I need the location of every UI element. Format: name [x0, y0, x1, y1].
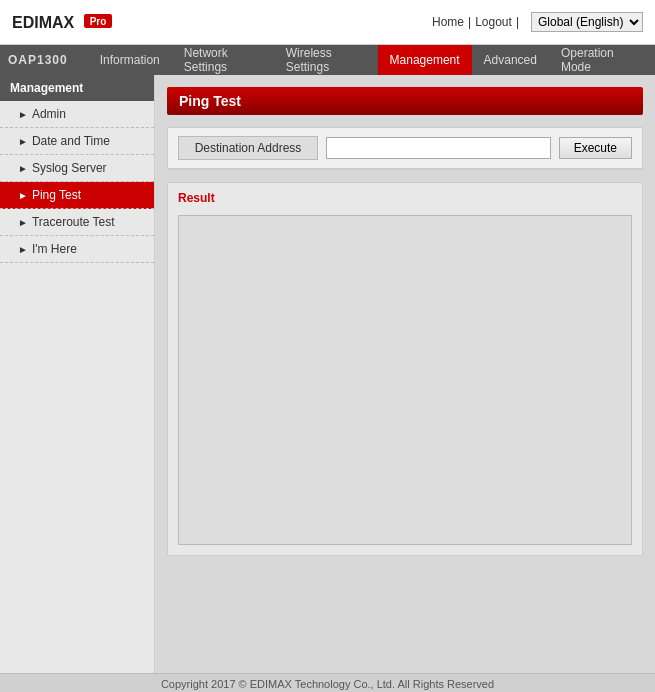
nav-operation-mode[interactable]: Operation Mode [549, 45, 647, 75]
nav-network-settings[interactable]: Network Settings [172, 45, 274, 75]
home-link[interactable]: Home [432, 15, 464, 29]
sidebar-item-syslog[interactable]: ► Syslog Server [0, 155, 154, 182]
arrow-icon: ► [18, 136, 28, 147]
logout-link[interactable]: Logout [475, 15, 512, 29]
logo: EDIMAX Pro [12, 8, 122, 36]
sidebar-item-traceroute[interactable]: ► Traceroute Test [0, 209, 154, 236]
footer-text: Copyright 2017 © EDIMAX Technology Co., … [161, 678, 494, 690]
sidebar-item-im-here[interactable]: ► I'm Here [0, 236, 154, 263]
sidebar-title: Management [0, 75, 154, 101]
execute-button[interactable]: Execute [559, 137, 632, 159]
page-title: Ping Test [167, 87, 643, 115]
arrow-icon: ► [18, 190, 28, 201]
sep1: | [468, 15, 471, 29]
destination-address-input[interactable] [326, 137, 551, 159]
nav-management[interactable]: Management [378, 45, 472, 75]
sidebar-item-ping-test[interactable]: ► Ping Test [0, 182, 154, 209]
sidebar-label-im-here: I'm Here [32, 242, 77, 256]
navbar: OAP1300 Information Network Settings Wir… [0, 45, 655, 75]
sidebar-label-traceroute: Traceroute Test [32, 215, 115, 229]
main-layout: Management ► Admin ► Date and Time ► Sys… [0, 75, 655, 673]
footer: Copyright 2017 © EDIMAX Technology Co., … [0, 673, 655, 692]
arrow-icon: ► [18, 244, 28, 255]
destination-address-label: Destination Address [178, 136, 318, 160]
arrow-icon: ► [18, 163, 28, 174]
ping-form: Destination Address Execute [167, 127, 643, 170]
header-links: Home | Logout | Global (English) Chinese… [432, 12, 643, 32]
arrow-icon: ► [18, 217, 28, 228]
ping-form-row: Destination Address Execute [168, 128, 642, 169]
sidebar: Management ► Admin ► Date and Time ► Sys… [0, 75, 155, 673]
logo-image: EDIMAX Pro [12, 8, 122, 36]
sidebar-label-admin: Admin [32, 107, 66, 121]
sidebar-item-admin[interactable]: ► Admin [0, 101, 154, 128]
result-box [178, 215, 632, 545]
navbar-items: Information Network Settings Wireless Se… [88, 45, 647, 75]
result-section: Result [167, 182, 643, 556]
sidebar-label-date-time: Date and Time [32, 134, 110, 148]
sidebar-label-syslog: Syslog Server [32, 161, 107, 175]
nav-information[interactable]: Information [88, 45, 172, 75]
content-area: Ping Test Destination Address Execute Re… [155, 75, 655, 673]
nav-advanced[interactable]: Advanced [472, 45, 549, 75]
svg-text:Pro: Pro [90, 16, 107, 27]
sidebar-label-ping-test: Ping Test [32, 188, 81, 202]
arrow-icon: ► [18, 109, 28, 120]
result-label: Result [178, 187, 632, 209]
sidebar-item-date-time[interactable]: ► Date and Time [0, 128, 154, 155]
svg-text:EDIMAX: EDIMAX [12, 14, 75, 31]
sep2: | [516, 15, 519, 29]
header: EDIMAX Pro Home | Logout | Global (Engli… [0, 0, 655, 45]
navbar-title: OAP1300 [8, 53, 68, 67]
nav-wireless-settings[interactable]: Wireless Settings [274, 45, 378, 75]
language-select[interactable]: Global (English) Chinese German [531, 12, 643, 32]
